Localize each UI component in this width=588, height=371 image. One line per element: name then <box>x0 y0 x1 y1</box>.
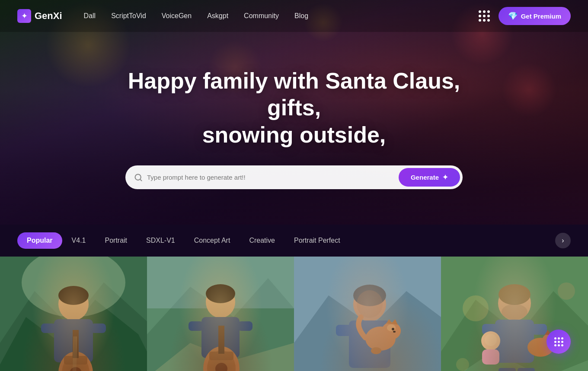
svg-point-7 <box>58 286 89 305</box>
navbar: ✦ GenXi Dall ScriptToVid VoiceGen Askgpt… <box>0 0 588 32</box>
svg-marker-26 <box>147 343 294 371</box>
tab-creative[interactable]: Creative <box>240 232 284 249</box>
fab-menu-button[interactable] <box>546 330 571 354</box>
svg-marker-25 <box>147 278 294 371</box>
svg-rect-27 <box>147 257 294 308</box>
tab-portrait[interactable]: Portrait <box>95 232 137 249</box>
hero-title: Happy family with Santa Claus, gifts, sn… <box>125 67 463 148</box>
svg-point-43 <box>353 287 386 321</box>
tab-popular[interactable]: Popular <box>17 232 62 249</box>
svg-point-67 <box>499 284 530 305</box>
svg-rect-24 <box>147 257 294 371</box>
svg-rect-46 <box>349 320 390 368</box>
svg-rect-14 <box>73 330 79 358</box>
image-4 <box>441 257 588 371</box>
nav-links: Dall ScriptToVid VoiceGen Askgpt Communi… <box>84 12 479 20</box>
svg-marker-4 <box>0 300 147 371</box>
svg-rect-31 <box>189 321 203 331</box>
svg-point-63 <box>463 295 489 321</box>
tab-v41[interactable]: V4.1 <box>62 232 96 249</box>
svg-marker-42 <box>294 291 441 371</box>
svg-point-44 <box>353 285 386 306</box>
hero-content: Happy family with Santa Claus, gifts, sn… <box>0 0 588 225</box>
svg-point-65 <box>456 358 469 371</box>
svg-point-72 <box>481 331 500 350</box>
svg-point-34 <box>207 350 236 371</box>
svg-rect-10 <box>91 323 106 333</box>
image-2 <box>147 257 294 371</box>
svg-point-15 <box>70 367 82 371</box>
get-premium-button[interactable]: 💎 Get Premium <box>499 7 571 25</box>
sparkle-icon: ✦ <box>442 173 448 181</box>
svg-point-33 <box>203 346 240 371</box>
svg-point-74 <box>485 334 497 346</box>
generate-label: Generate <box>411 174 439 181</box>
svg-rect-32 <box>238 321 252 331</box>
svg-rect-47 <box>336 325 352 336</box>
grid-item-2[interactable] <box>147 257 294 371</box>
svg-marker-62 <box>441 352 588 371</box>
grid-item-1[interactable] <box>0 257 147 371</box>
svg-point-66 <box>498 286 531 320</box>
premium-label: Get Premium <box>521 13 561 20</box>
svg-point-5 <box>22 257 125 317</box>
svg-rect-71 <box>532 324 547 335</box>
svg-point-49 <box>365 327 396 351</box>
nav-link-blog[interactable]: Blog <box>294 12 308 20</box>
svg-point-68 <box>502 304 527 320</box>
svg-line-1 <box>140 179 142 181</box>
svg-point-51 <box>387 324 396 331</box>
svg-rect-8 <box>54 319 93 362</box>
nav-link-voicegen[interactable]: VoiceGen <box>162 12 192 20</box>
generate-button[interactable]: Generate ✦ <box>399 168 460 187</box>
search-bar: Generate ✦ <box>125 165 463 189</box>
nav-link-community[interactable]: Community <box>244 12 279 20</box>
search-input[interactable] <box>147 174 394 181</box>
svg-rect-80 <box>499 368 516 371</box>
svg-point-29 <box>206 284 235 303</box>
svg-rect-13 <box>64 356 87 365</box>
image-1 <box>0 257 147 371</box>
svg-point-37 <box>215 363 227 371</box>
svg-marker-3 <box>0 282 147 371</box>
tabs-section: Popular V4.1 Portrait SDXL-V1 Concept Ar… <box>0 225 588 257</box>
search-icon <box>134 173 143 182</box>
image-grid <box>0 257 588 371</box>
svg-marker-61 <box>441 291 588 371</box>
grid-item-3[interactable] <box>294 257 441 371</box>
nav-link-dall[interactable]: Dall <box>84 12 96 20</box>
svg-rect-36 <box>218 326 224 354</box>
fab-grid-icon <box>554 337 563 346</box>
svg-rect-70 <box>482 324 497 335</box>
logo[interactable]: ✦ GenXi <box>17 9 62 23</box>
svg-point-45 <box>357 290 383 318</box>
tab-concept-art[interactable]: Concept Art <box>185 232 240 249</box>
svg-rect-81 <box>518 368 535 371</box>
svg-point-28 <box>206 286 235 318</box>
image-3 <box>294 257 441 371</box>
svg-line-18 <box>75 336 77 371</box>
svg-rect-69 <box>495 320 534 363</box>
svg-point-11 <box>58 352 93 371</box>
svg-point-12 <box>62 355 89 371</box>
nav-link-scripttovid[interactable]: ScriptToVid <box>111 12 146 20</box>
svg-point-55 <box>393 331 396 333</box>
tabs-next-arrow[interactable]: › <box>555 233 571 248</box>
apps-grid-icon[interactable] <box>479 10 490 22</box>
nav-link-askgpt[interactable]: Askgpt <box>207 12 228 20</box>
svg-rect-2 <box>0 257 147 371</box>
svg-line-17 <box>74 336 75 371</box>
svg-rect-41 <box>294 257 441 371</box>
svg-rect-48 <box>383 325 399 336</box>
tab-portrait-perfect[interactable]: Portrait Perfect <box>284 232 350 249</box>
svg-rect-60 <box>441 257 588 371</box>
logo-icon: ✦ <box>17 9 31 23</box>
logo-text: GenXi <box>35 10 62 22</box>
grid-item-4[interactable] <box>441 257 588 371</box>
svg-point-54 <box>392 328 394 330</box>
tab-sdxl[interactable]: SDXL-V1 <box>137 232 185 249</box>
svg-line-16 <box>73 336 74 371</box>
svg-point-50 <box>382 322 401 339</box>
svg-marker-53 <box>391 319 398 325</box>
hero-section: Happy family with Santa Claus, gifts, sn… <box>0 0 588 225</box>
